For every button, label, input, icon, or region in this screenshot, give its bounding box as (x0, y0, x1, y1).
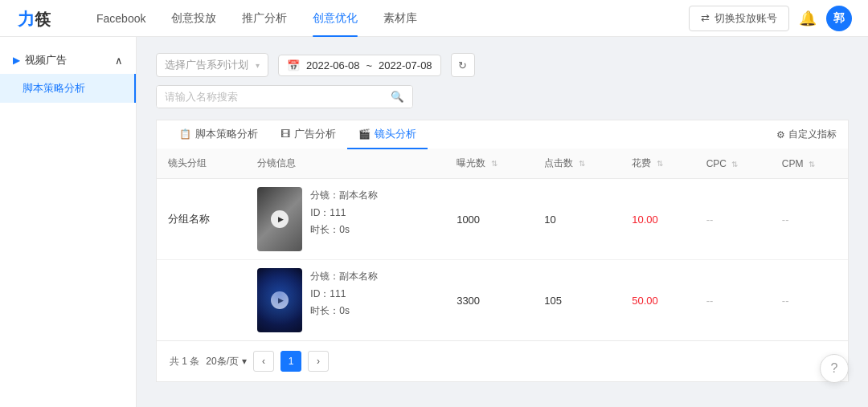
plan-placeholder: 选择广告系列计划 (165, 58, 248, 72)
clicks-cell-2: 105 (533, 260, 620, 341)
tab-script-label: 脚本策略分析 (195, 127, 258, 141)
refresh-button[interactable]: ↻ (451, 53, 475, 77)
play-icon: ▶ (13, 55, 20, 66)
calendar-icon: 📅 (287, 59, 300, 71)
shot-meta-2: 分镜：副本名称 ID：111 时长：0s (310, 268, 378, 320)
date-end: 2022-07-08 (379, 59, 432, 71)
page-total: 共 1 条 (170, 355, 199, 368)
shot-id-2: ID：111 (310, 286, 378, 303)
cpc-cell-2: -- (695, 260, 771, 341)
shot-info-cell-2: 分镜：副本名称 ID：111 时长：0s (246, 260, 445, 341)
layout: ▶ 视频广告 ∧ 脚本策略分析 选择广告系列计划 ▾ 📅 2022-06-08 … (0, 37, 868, 407)
sort-clicks-icon[interactable]: ⇅ (579, 159, 585, 168)
col-impressions: 曝光数 ⇅ (445, 149, 533, 179)
pagination: 共 1 条 20条/页 ▾ ‹ 1 › (157, 340, 848, 381)
table-header-row: 镜头分组 分镜信息 曝光数 ⇅ 点击数 ⇅ 花费 ⇅ (157, 149, 848, 179)
impressions-cell-2: 3300 (445, 260, 533, 341)
shot-label-2: 分镜：副本名称 (310, 268, 378, 286)
data-table: 镜头分组 分镜信息 曝光数 ⇅ 点击数 ⇅ 花费 ⇅ (157, 149, 848, 340)
tab-shot-label: 镜头分析 (375, 127, 416, 141)
table-row: 分镜：副本名称 ID：111 时长：0s 3300 105 50.00 -- -… (157, 260, 848, 341)
switch-label: 切换投放账号 (714, 11, 777, 26)
date-start: 2022-06-08 (306, 59, 360, 71)
page-1-button[interactable]: 1 (280, 351, 301, 372)
svg-text:力: 力 (17, 9, 35, 27)
shot-meta-1: 分镜：副本名称 ID：111 时长：0s (310, 187, 378, 239)
tabs: 📋 脚本策略分析 🎞 广告分析 🎬 镜头分析 (168, 120, 776, 149)
switch-icon: ⇄ (701, 12, 710, 24)
switch-account-button[interactable]: ⇄ 切换投放账号 (689, 6, 789, 31)
tab-shot[interactable]: 🎬 镜头分析 (347, 120, 428, 149)
shot-duration-2: 时长：0s (310, 303, 378, 320)
shot-info-2: 分镜：副本名称 ID：111 时长：0s (257, 268, 434, 332)
date-sep: ~ (366, 59, 373, 71)
nav-item-creative-optimize[interactable]: 创意优化 (300, 0, 371, 37)
nav-item-creative-launch[interactable]: 创意投放 (158, 0, 229, 37)
search-input[interactable] (157, 86, 383, 108)
nav-items: Facebook 创意投放 推广分析 创意优化 素材库 (84, 0, 689, 37)
nav-right: ⇄ 切换投放账号 🔔 郭 (689, 6, 852, 31)
chevron-up-icon: ∧ (115, 55, 123, 67)
script-tab-icon: 📋 (179, 128, 191, 140)
col-cpc: CPC ⇅ (695, 149, 771, 179)
date-picker[interactable]: 📅 2022-06-08 ~ 2022-07-08 (278, 55, 441, 76)
sort-spend-icon[interactable]: ⇅ (657, 159, 663, 168)
shot-info: 分镜：副本名称 ID：111 时长：0s (257, 187, 434, 251)
spend-cell-1: 10.00 (620, 179, 694, 260)
cpc-cell-1: -- (695, 179, 771, 260)
col-spend: 花费 ⇅ (620, 149, 694, 179)
shot-thumbnail-2[interactable] (257, 268, 302, 332)
next-page-button[interactable]: › (308, 351, 329, 372)
svg-text:筷: 筷 (35, 10, 51, 27)
chevron-down-icon: ▾ (256, 61, 260, 70)
sidebar: ▶ 视频广告 ∧ 脚本策略分析 (0, 37, 137, 407)
avatar[interactable]: 郭 (826, 6, 852, 31)
help-button[interactable]: ? (820, 354, 849, 383)
clicks-cell-1: 10 (533, 179, 620, 260)
col-shot-info: 分镜信息 (246, 149, 445, 179)
bell-icon[interactable]: 🔔 (799, 10, 817, 27)
group-label: ▶ 视频广告 (13, 53, 67, 67)
table-wrapper: 镜头分组 分镜信息 曝光数 ⇅ 点击数 ⇅ 花费 ⇅ (156, 149, 849, 382)
sidebar-group-header[interactable]: ▶ 视频广告 ∧ (0, 47, 136, 74)
custom-metric-button[interactable]: ⚙ 自定义指标 (776, 128, 837, 141)
tab-right: ⚙ 自定义指标 (776, 121, 837, 148)
sort-cpm-icon[interactable]: ⇅ (809, 160, 815, 169)
shot-thumbnail-1[interactable] (257, 187, 302, 251)
custom-metric-label: 自定义指标 (788, 128, 837, 141)
sidebar-item-script-analysis[interactable]: 脚本策略分析 (0, 74, 136, 103)
nav-item-facebook[interactable]: Facebook (84, 0, 158, 37)
col-group: 镜头分组 (157, 149, 246, 179)
nav-item-promo-analysis[interactable]: 推广分析 (229, 0, 300, 37)
search-button[interactable]: 🔍 (383, 86, 412, 108)
play-circle-icon (271, 210, 289, 228)
shot-label-1: 分镜：副本名称 (310, 187, 378, 205)
per-page-selector[interactable]: 20条/页 ▾ (206, 355, 247, 368)
nav-item-materials[interactable]: 素材库 (371, 0, 430, 37)
shot-id-1: ID：111 (310, 205, 378, 222)
topnav: 力 筷 Facebook 创意投放 推广分析 创意优化 素材库 ⇄ 切换投放账号… (0, 0, 868, 37)
cpm-cell-1: -- (771, 179, 848, 260)
impressions-cell-1: 1000 (445, 179, 533, 260)
main-content: 选择广告系列计划 ▾ 📅 2022-06-08 ~ 2022-07-08 ↻ 🔍… (137, 37, 868, 407)
ad-tab-icon: 🎞 (280, 128, 290, 140)
per-page-label: 20条/页 (206, 355, 239, 368)
tab-ad[interactable]: 🎞 广告分析 (269, 120, 347, 149)
prev-page-button[interactable]: ‹ (253, 351, 274, 372)
spend-cell-2: 50.00 (620, 260, 694, 341)
tabs-row: 📋 脚本策略分析 🎞 广告分析 🎬 镜头分析 ⚙ 自定义指标 (156, 120, 849, 149)
tab-script[interactable]: 📋 脚本策略分析 (168, 120, 269, 149)
tab-ad-label: 广告分析 (294, 127, 336, 141)
shot-duration-1: 时长：0s (310, 222, 378, 239)
logo: 力 筷 (16, 6, 64, 31)
plan-select[interactable]: 选择广告系列计划 ▾ (156, 53, 268, 77)
sort-impressions-icon[interactable]: ⇅ (491, 159, 497, 168)
sidebar-group-video-ad: ▶ 视频广告 ∧ 脚本策略分析 (0, 47, 136, 103)
cpm-cell-2: -- (771, 260, 848, 341)
table-row: 分组名称 分镜：副本名称 ID：111 时长：0s (157, 179, 848, 260)
sort-cpc-icon[interactable]: ⇅ (731, 160, 738, 169)
group-name-cell: 分组名称 (157, 179, 246, 260)
search-row: 🔍 (156, 85, 849, 108)
shot-info-cell-1: 分镜：副本名称 ID：111 时长：0s (246, 179, 445, 260)
chevron-down-icon-2: ▾ (242, 356, 247, 367)
